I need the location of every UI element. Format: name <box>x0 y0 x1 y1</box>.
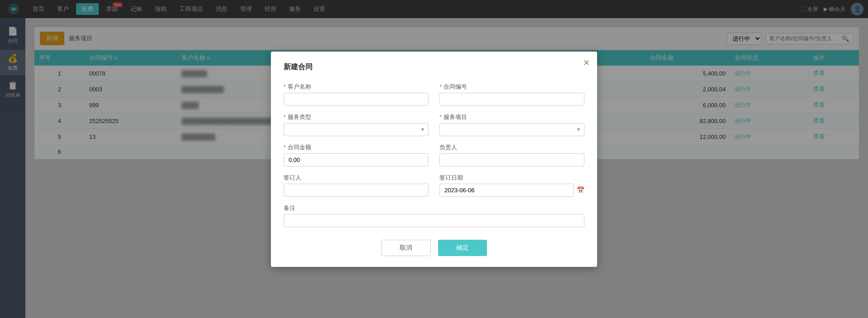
sign-date-label: 签订日期 <box>439 174 584 182</box>
form-row-contract-no: 合同编号 <box>439 83 584 106</box>
service-type-select[interactable] <box>284 123 429 136</box>
amount-input[interactable] <box>284 153 429 166</box>
sign-date-wrapper: 📅 <box>439 184 584 197</box>
contract-no-label: 合同编号 <box>439 83 584 91</box>
form-row-sign-date: 签订日期 📅 <box>439 174 584 197</box>
modal-close-button[interactable]: ✕ <box>583 58 590 68</box>
confirm-button[interactable]: 确定 <box>438 240 487 256</box>
modal-overlay[interactable]: 新建合同 ✕ 客户名称 合同编号 服务类型 服务项 <box>0 0 868 318</box>
form-row-signer: 签订人 <box>284 174 429 197</box>
signer-input[interactable] <box>284 184 429 197</box>
amount-label: 合同金额 <box>284 143 429 152</box>
service-item-wrapper <box>439 123 584 136</box>
contract-no-input[interactable] <box>439 93 584 106</box>
form-row-amount: 合同金额 <box>284 143 429 166</box>
owner-label: 负责人 <box>439 143 584 152</box>
modal-footer: 取消 确定 <box>284 240 584 256</box>
service-item-label: 服务项目 <box>439 113 584 121</box>
form-row-client: 客户名称 <box>284 83 429 106</box>
form-row-service-type: 服务类型 <box>284 113 429 136</box>
form-row-owner: 负责人 <box>439 143 584 166</box>
service-type-label: 服务类型 <box>284 113 429 121</box>
service-item-select[interactable] <box>439 123 584 136</box>
client-name-input[interactable] <box>284 93 429 106</box>
form-row-remarks: 备注 <box>284 204 584 227</box>
modal-title: 新建合同 <box>284 62 584 72</box>
remarks-label: 备注 <box>284 204 584 212</box>
form-grid: 客户名称 合同编号 服务类型 服务项目 <box>284 83 584 227</box>
service-type-wrapper <box>284 123 429 136</box>
form-row-service-item: 服务项目 <box>439 113 584 136</box>
owner-input[interactable] <box>439 153 584 166</box>
calendar-icon[interactable]: 📅 <box>577 186 584 194</box>
sign-date-input[interactable] <box>439 184 574 197</box>
cancel-button[interactable]: 取消 <box>381 240 431 256</box>
signer-label: 签订人 <box>284 174 429 182</box>
client-name-label: 客户名称 <box>284 83 429 91</box>
remarks-input[interactable] <box>284 214 584 227</box>
new-contract-modal: 新建合同 ✕ 客户名称 合同编号 服务类型 服务项 <box>271 52 597 267</box>
